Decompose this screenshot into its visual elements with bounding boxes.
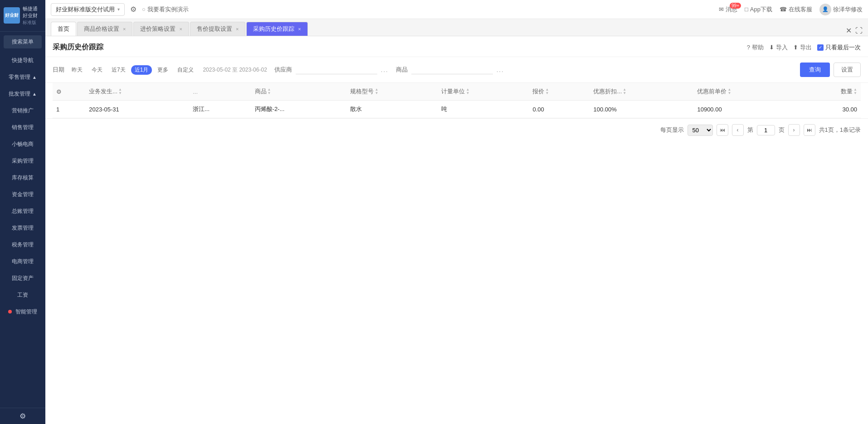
col-gear: ⚙ [53, 83, 85, 101]
page-header: 采购历史价跟踪 ? 帮助 ⬇ 导入 ⬆ 导出 只看最后一次 [45, 36, 868, 57]
import-button[interactable]: ⬇ 导入 [769, 43, 788, 52]
date-options: 昨天 今天 近7天 近1月 更多 自定义 [68, 65, 197, 75]
col-pre-discount-price: 优惠前单价 ▲▼ [693, 83, 800, 101]
sidebar-item-marketing[interactable]: 营销推广 [0, 102, 45, 119]
user-menu-button[interactable]: 👤 徐泽华修改 [819, 4, 863, 15]
smart-dot [8, 310, 12, 313]
date-option-yesterday[interactable]: 昨天 [68, 65, 86, 75]
sort-quote-icon[interactable]: ▲▼ [545, 88, 549, 95]
sidebar-item-ecommerce-small[interactable]: 小畅电商 [0, 136, 45, 153]
table-dots[interactable]: ... [193, 88, 198, 95]
date-option-more[interactable]: 更多 [154, 65, 172, 75]
date-option-7days[interactable]: 近7天 [108, 65, 129, 75]
pagination: 每页显示 50 100 200 ⏮ ‹ 第 页 › ⏭ 共1页，1条记录 [45, 118, 868, 141]
topbar-right: ✉ 消息 99+ □ App下载 ☎ 在线客服 👤 徐泽华修改 [719, 4, 863, 15]
help-button[interactable]: ? 帮助 [747, 43, 764, 52]
wholesale-arrow: ▲ [32, 92, 37, 96]
date-option-custom[interactable]: 自定义 [174, 65, 197, 75]
headset-icon: ☎ [780, 6, 787, 13]
sidebar-settings-icon[interactable]: ⚙ [20, 412, 26, 420]
sort-date-icon[interactable]: ▲▼ [118, 88, 122, 95]
col-discount: 优惠折扣... ▲▼ [590, 83, 693, 101]
cell-product: 丙烯酸-2-... [251, 101, 347, 118]
supplier-dots[interactable]: ... [381, 67, 389, 73]
tab-history-price-close-icon[interactable]: × [298, 26, 301, 32]
tab-close-all-icon[interactable]: ✕ [846, 26, 852, 35]
tab-purchase-strategy[interactable]: 进价策略设置 × [133, 22, 189, 36]
date-option-1month[interactable]: 近1月 [131, 65, 152, 75]
sidebar-item-salary[interactable]: 工资 [0, 287, 45, 304]
main-content: 好业财标准版交付试用 ▾ ⚙ ○ 我要看实例演示 ✉ 消息 99+ □ App下… [45, 0, 868, 424]
date-option-today[interactable]: 今天 [88, 65, 106, 75]
date-filter-group: 日期 昨天 今天 近7天 近1月 更多 自定义 2023-05-02 至 202… [53, 65, 267, 75]
tab-history-price[interactable]: 采购历史价跟踪 × [246, 22, 307, 36]
sort-quantity-icon[interactable]: ▲▼ [853, 88, 857, 95]
search-menu-button[interactable]: 搜索菜单 [4, 35, 42, 48]
online-service-button[interactable]: ☎ 在线客服 [780, 5, 812, 14]
sort-unit-icon[interactable]: ▲▼ [466, 88, 469, 95]
sidebar-item-tax[interactable]: 税务管理 [0, 236, 45, 253]
product-dots[interactable]: ... [497, 67, 504, 73]
demo-button[interactable]: ○ 我要看实例演示 [142, 5, 189, 14]
page-content: 采购历史价跟踪 ? 帮助 ⬇ 导入 ⬆ 导出 只看最后一次 [45, 36, 868, 424]
sidebar-item-inventory[interactable]: 库存核算 [0, 169, 45, 186]
sidebar-item-smart[interactable]: 智能管理 [0, 304, 45, 320]
sidebar-item-general[interactable]: 总账管理 [0, 203, 45, 220]
table-head: ⚙ 业务发生... ▲▼ ... [53, 83, 861, 101]
page-label-suffix: 页 [779, 126, 785, 134]
page-number-input[interactable] [757, 125, 775, 135]
sort-product-icon[interactable]: ▲▼ [268, 88, 271, 95]
only-latest-checkbox[interactable] [817, 44, 824, 51]
sidebar-item-finance[interactable]: 资金管理 [0, 186, 45, 203]
per-page-select[interactable]: 50 100 200 [688, 125, 713, 136]
filter-settings-button[interactable]: 设置 [834, 63, 861, 77]
demo-icon: ○ [142, 6, 146, 13]
sidebar-item-assets[interactable]: 固定资产 [0, 270, 45, 287]
cell-unit: 吨 [438, 101, 529, 118]
date-filter-label: 日期 [53, 66, 64, 74]
logo-text: 畅捷通好业财 [23, 5, 42, 19]
sidebar-item-sales[interactable]: 销售管理 [0, 119, 45, 136]
product-filter-label: 商品 [396, 66, 408, 74]
avatar: 👤 [819, 4, 831, 15]
sidebar-item-wholesale[interactable]: 批发管理 ▲ [0, 86, 45, 102]
message-button[interactable]: ✉ 消息 99+ [719, 5, 737, 14]
logo-tag: 标准版 [23, 19, 42, 26]
app-download-button[interactable]: □ App下载 [745, 5, 772, 14]
tab-sale-price-close-icon[interactable]: × [236, 26, 239, 32]
tab-maximize-icon[interactable]: ⛶ [855, 27, 863, 35]
sidebar-item-purchase[interactable]: 采购管理 [0, 153, 45, 169]
cell-supplier: 浙江... [189, 101, 251, 118]
last-page-button[interactable]: ⏭ [804, 124, 815, 136]
col-product: 商品 ▲▼ [251, 83, 347, 101]
topbar-settings-icon[interactable]: ⚙ [130, 5, 137, 14]
tab-price-close-icon[interactable]: × [123, 26, 126, 32]
first-page-button[interactable]: ⏮ [717, 124, 728, 136]
table-gear-icon[interactable]: ⚙ [56, 88, 62, 95]
page-actions: ? 帮助 ⬇ 导入 ⬆ 导出 只看最后一次 [747, 43, 861, 52]
company-selector[interactable]: 好业财标准版交付试用 ▾ [51, 3, 125, 16]
total-info: 共1页，1条记录 [819, 126, 861, 134]
cell-discount: 100.00% [590, 101, 693, 118]
tab-price[interactable]: 商品价格设置 × [77, 22, 132, 36]
next-page-button[interactable]: › [788, 124, 800, 136]
sidebar: 好业财 畅捷通好业财 标准版 搜索菜单 快捷导航 零售管理 ▲ 批发管理 ▲ 营… [0, 0, 45, 424]
tab-purchase-strategy-close-icon[interactable]: × [179, 26, 182, 32]
sidebar-item-retail[interactable]: 零售管理 ▲ [0, 69, 45, 86]
query-button[interactable]: 查询 [800, 63, 830, 77]
tab-home[interactable]: 首页 [51, 22, 76, 36]
only-latest-checkbox-label[interactable]: 只看最后一次 [817, 43, 861, 52]
supplier-input[interactable] [296, 65, 377, 74]
product-input[interactable] [411, 65, 493, 74]
export-button[interactable]: ⬆ 导出 [793, 43, 812, 52]
cell-spec: 散水 [346, 101, 438, 118]
sidebar-item-invoice[interactable]: 发票管理 [0, 220, 45, 236]
tab-sale-price[interactable]: 售价提取设置 × [190, 22, 245, 36]
prev-page-button[interactable]: ‹ [732, 124, 744, 136]
sidebar-item-ecommerce[interactable]: 电商管理 [0, 253, 45, 270]
sort-pre-discount-icon[interactable]: ▲▼ [727, 88, 731, 95]
sort-spec-icon[interactable]: ▲▼ [375, 88, 378, 95]
per-page-label: 每页显示 [660, 126, 684, 134]
sort-discount-icon[interactable]: ▲▼ [623, 88, 626, 95]
sidebar-item-quick-nav[interactable]: 快捷导航 [0, 52, 45, 69]
